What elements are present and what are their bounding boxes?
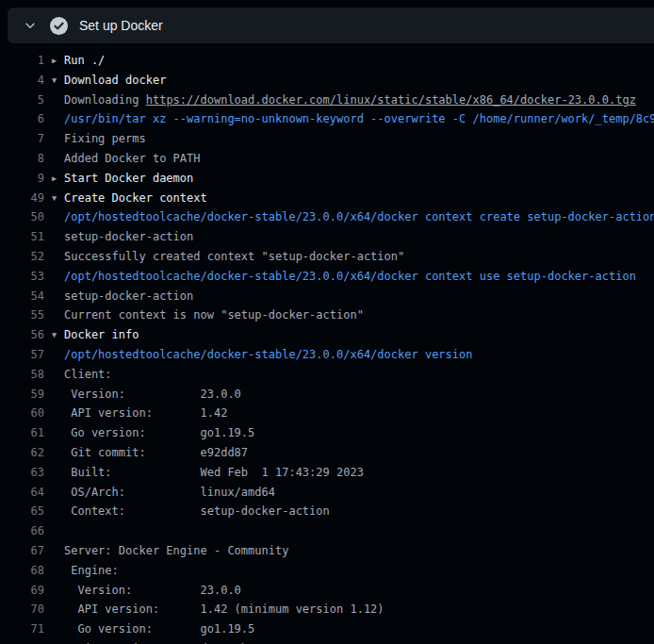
line-number[interactable]: 50 (0, 207, 44, 227)
line-number[interactable]: 58 (0, 365, 44, 385)
collapse-step-button[interactable] (19, 14, 41, 37)
arrow-slot (44, 345, 64, 365)
log-text: API version: 1.42 (64, 404, 654, 423)
log-line: 50/opt/hostedtoolcache/docker-stable/23.… (0, 207, 654, 227)
log-segment: OS/Arch: linux/amd64 (64, 486, 275, 499)
line-number[interactable]: 6 (0, 109, 44, 129)
log-line: 6/usr/bin/tar xz --warning=no-unknown-ke… (0, 109, 654, 129)
log-segment: /opt/hostedtoolcache/docker-stable/23.0.… (64, 348, 472, 361)
arrow-slot (44, 207, 64, 227)
step-title: Set up Docker (79, 18, 163, 33)
log-segment: setup-docker-action (64, 289, 193, 303)
log-text: Client: (64, 365, 654, 385)
log-line: 72 Git commit: d7573ab (0, 639, 654, 644)
line-number[interactable]: 7 (0, 129, 44, 149)
arrow-slot (44, 91, 64, 110)
log-segment: Engine: (64, 564, 119, 577)
log-text: /opt/hostedtoolcache/docker-stable/23.0.… (64, 267, 654, 287)
log-line: 8Added Docker to PATH (0, 149, 654, 169)
log-group-row[interactable]: 49▼Create Docker context (0, 189, 654, 208)
log-link[interactable]: https://download.docker.com/linux/static… (146, 93, 636, 107)
log-text: Added Docker to PATH (64, 149, 654, 169)
log-line: 67Server: Docker Engine - Community (0, 541, 654, 561)
log-group-row[interactable]: 56▼Docker info (0, 325, 654, 345)
arrow-slot (44, 423, 64, 443)
log-text: setup-docker-action (64, 287, 654, 306)
line-number[interactable]: 5 (0, 91, 44, 110)
triangle-down-icon: ▼ (44, 325, 64, 345)
log-text: Built: Wed Feb 1 17:43:29 2023 (64, 463, 654, 483)
log-segment: Added Docker to PATH (64, 152, 201, 165)
log-text: Version: 23.0.0 (64, 581, 654, 601)
log-group-row[interactable]: 4▼Download docker (0, 71, 654, 91)
triangle-down-icon: ▼ (44, 189, 64, 208)
line-number[interactable]: 72 (0, 639, 44, 644)
log-segment: API version: 1.42 (minimum version 1.12) (64, 603, 384, 616)
arrow-slot (44, 129, 64, 149)
line-number[interactable]: 4 (0, 71, 44, 91)
arrow-slot (44, 247, 64, 267)
log-group-row[interactable]: 9▶Start Docker daemon (0, 169, 654, 189)
log-text: Context: setup-docker-action (64, 502, 654, 521)
log-segment: setup-docker-action (64, 230, 193, 243)
line-number[interactable]: 65 (0, 502, 44, 521)
line-number[interactable]: 49 (0, 189, 44, 208)
line-number[interactable]: 52 (0, 247, 44, 267)
log-text: Go version: go1.19.5 (64, 423, 654, 443)
line-number[interactable]: 60 (0, 404, 44, 423)
arrow-slot (44, 305, 64, 325)
log-line: 60 API version: 1.42 (0, 404, 654, 423)
log-line: 53/opt/hostedtoolcache/docker-stable/23.… (0, 267, 654, 287)
line-number[interactable]: 66 (0, 521, 44, 541)
line-number[interactable]: 51 (0, 227, 44, 247)
line-number[interactable]: 62 (0, 443, 44, 463)
line-number[interactable]: 9 (0, 169, 44, 189)
line-number[interactable]: 63 (0, 463, 44, 483)
line-number[interactable]: 59 (0, 385, 44, 405)
log-segment: Client: (64, 368, 112, 381)
log-text: OS/Arch: linux/amd64 (64, 483, 654, 503)
line-number[interactable]: 56 (0, 325, 44, 345)
log-text: Start Docker daemon (64, 169, 654, 189)
log-segment: Create Docker context (64, 191, 207, 205)
log-area[interactable]: 1▶Run ./4▼Download docker5Downloading ht… (0, 43, 654, 644)
line-number[interactable]: 69 (0, 581, 44, 601)
line-number[interactable]: 1 (0, 51, 44, 71)
log-segment: /opt/hostedtoolcache/docker-stable/23.0.… (64, 210, 654, 223)
line-number[interactable]: 53 (0, 267, 44, 287)
line-number[interactable]: 67 (0, 541, 44, 561)
arrow-slot (44, 287, 64, 306)
line-number[interactable]: 55 (0, 305, 44, 325)
log-line: 66 (0, 521, 654, 541)
log-text: Docker info (64, 325, 654, 345)
line-number[interactable]: 54 (0, 287, 44, 306)
line-number[interactable]: 68 (0, 561, 44, 581)
log-segment: Version: 23.0.0 (64, 584, 241, 597)
arrow-slot (44, 619, 64, 639)
line-number[interactable]: 61 (0, 423, 44, 443)
arrow-slot (44, 463, 64, 483)
log-group-row[interactable]: 1▶Run ./ (0, 51, 654, 71)
step-header[interactable]: Set up Docker (8, 8, 654, 43)
arrow-slot (44, 483, 64, 503)
arrow-slot (44, 502, 64, 521)
line-number[interactable]: 70 (0, 600, 44, 619)
log-text: /opt/hostedtoolcache/docker-stable/23.0.… (64, 207, 654, 227)
arrow-slot (44, 443, 64, 463)
log-line: 62 Git commit: e92dd87 (0, 443, 654, 463)
line-number[interactable]: 8 (0, 149, 44, 169)
arrow-slot (44, 365, 64, 385)
line-number[interactable]: 57 (0, 345, 44, 365)
log-segment: Git commit: e92dd87 (64, 446, 248, 459)
log-segment: Built: Wed Feb 1 17:43:29 2023 (64, 466, 364, 479)
log-line: 51setup-docker-action (0, 227, 654, 247)
line-number[interactable]: 64 (0, 483, 44, 503)
log-line: 54setup-docker-action (0, 287, 654, 306)
log-text: Create Docker context (64, 189, 654, 208)
log-text: Git commit: e92dd87 (64, 443, 654, 463)
log-text: Run ./ (64, 51, 654, 71)
log-line: 61 Go version: go1.19.5 (0, 423, 654, 443)
log-segment: Run ./ (64, 54, 105, 67)
log-segment: Current context is now "setup-docker-act… (64, 308, 364, 322)
line-number[interactable]: 71 (0, 619, 44, 639)
